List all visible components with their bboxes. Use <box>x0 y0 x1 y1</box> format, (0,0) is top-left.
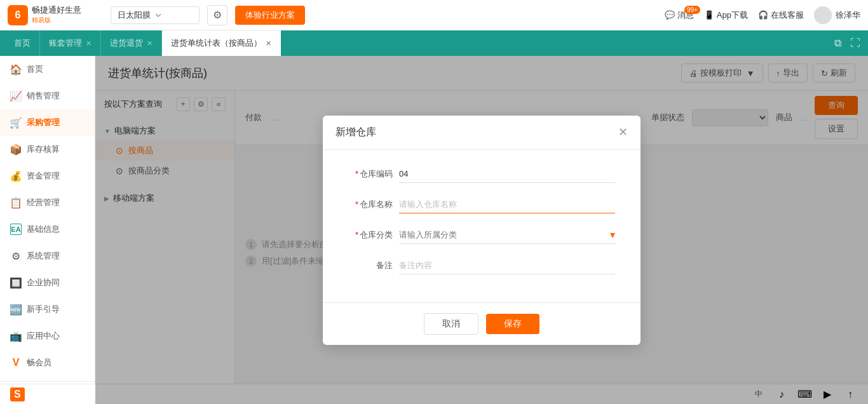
tab-home[interactable]: 首页 <box>5 30 40 56</box>
app-center-icon: 📺 <box>10 330 22 342</box>
mobile-icon: 📱 <box>704 10 714 20</box>
user-name: 徐泽华 <box>836 10 860 21</box>
sidebar-item-stock[interactable]: 📦 库存核算 <box>0 136 95 163</box>
top-header: 6 畅捷通好生意 精易版 日太阳膜 ⚙ 体验行业方案 💬 消息 99+ 📱 Ap… <box>0 0 868 30</box>
tab-bar: 首页 账套管理 ✕ 进货退货 ✕ 进货单统计表（按商品） ✕ ⧉ ⛶ <box>0 30 868 56</box>
main-layout: 🏠 首页 📈 销售管理 🛒 采购管理 📦 库存核算 💰 资金管理 📋 经营管理 … <box>0 56 868 404</box>
name-input[interactable] <box>399 196 615 213</box>
add-warehouse-modal: 新增仓库 ✕ 仓库编码 仓库名称 仓库分类 <box>323 116 641 345</box>
shop-selector[interactable]: 日太阳膜 <box>111 6 200 24</box>
sales-icon: 📈 <box>10 90 22 102</box>
logo-badge: 精易版 <box>32 16 81 25</box>
sidebar-label-finance: 资金管理 <box>27 170 60 182</box>
sidebar-label-stock: 库存核算 <box>27 144 60 155</box>
messages-button[interactable]: 💬 消息 99+ <box>665 10 694 21</box>
sidebar-label-sales: 销售管理 <box>27 90 60 102</box>
customer-service-button[interactable]: 🎧 在线客服 <box>758 10 804 21</box>
purchase-icon: 🛒 <box>10 117 22 128</box>
sidebar-label-member: 畅会员 <box>27 357 51 368</box>
form-row-category: 仓库分类 ▾ <box>348 226 615 244</box>
shop-name: 日太阳膜 <box>118 10 151 21</box>
app-download-label: App下载 <box>717 10 748 21</box>
logo-icon: 6 <box>8 5 28 25</box>
app-download-button[interactable]: 📱 App下载 <box>704 10 748 21</box>
tab-restore-icon[interactable]: ⧉ <box>832 37 844 49</box>
system-icon: ⚙ <box>10 250 22 262</box>
logo-name: 畅捷通好生意 <box>32 5 81 16</box>
sidebar-item-guide[interactable]: 🆕 新手引导 <box>0 296 95 323</box>
user-menu[interactable]: 徐泽华 <box>814 6 860 24</box>
tab-purchase-stats[interactable]: 进货单统计表（按商品） ✕ <box>162 30 281 56</box>
logo-area: 6 畅捷通好生意 精易版 <box>8 5 103 25</box>
header-right: 💬 消息 99+ 📱 App下载 🎧 在线客服 徐泽华 <box>665 6 860 24</box>
sidebar-label-base-info: 基础信息 <box>27 224 60 235</box>
stock-icon: 📦 <box>10 144 22 155</box>
avatar <box>814 6 832 24</box>
sidebar-item-system[interactable]: ⚙ 系统管理 <box>0 243 95 269</box>
customer-service-label: 在线客服 <box>771 10 804 21</box>
modal-header: 新增仓库 ✕ <box>323 116 641 150</box>
sidebar-item-finance[interactable]: 💰 资金管理 <box>0 163 95 189</box>
base-info-icon: EA <box>10 224 22 235</box>
sidebar-label-app-center: 应用中心 <box>27 330 60 342</box>
tab-purchase-stats-label: 进货单统计表（按商品） <box>171 37 262 49</box>
sidebar-label-system: 系统管理 <box>27 250 60 262</box>
bottom-s-icon: S <box>10 387 25 401</box>
bottom-logo: S <box>10 387 25 401</box>
tab-right-icons: ⧉ ⛶ <box>832 37 863 49</box>
finance-icon: 💰 <box>10 170 22 182</box>
category-dropdown-icon[interactable]: ▾ <box>610 229 615 241</box>
trial-button[interactable]: 体验行业方案 <box>235 6 305 25</box>
sidebar-label-operations: 经营管理 <box>27 197 60 208</box>
sidebar-item-home[interactable]: 🏠 首页 <box>0 56 95 83</box>
operations-icon: 📋 <box>10 197 22 208</box>
code-input[interactable] <box>399 165 615 183</box>
category-select-wrap: ▾ <box>399 226 615 244</box>
tab-purchase-stats-close[interactable]: ✕ <box>266 39 271 48</box>
save-button[interactable]: 保存 <box>486 314 539 334</box>
form-row-name: 仓库名称 <box>348 196 615 213</box>
cancel-button[interactable]: 取消 <box>424 313 478 335</box>
enterprise-icon: 🔲 <box>10 277 22 288</box>
message-icon: 💬 <box>665 10 675 20</box>
content-area: 进货单统计(按商品) 🖨 按模板打印 ▼ ↑ 导出 ↻ 刷新 <box>95 56 868 404</box>
modal-footer: 取消 保存 <box>323 302 641 345</box>
category-input[interactable] <box>399 226 610 243</box>
sidebar-item-enterprise[interactable]: 🔲 企业协同 <box>0 269 95 296</box>
modal-close-button[interactable]: ✕ <box>618 126 628 138</box>
sidebar: 🏠 首页 📈 销售管理 🛒 采购管理 📦 库存核算 💰 资金管理 📋 经营管理 … <box>0 56 95 404</box>
category-label: 仓库分类 <box>348 229 399 241</box>
sidebar-item-base-info[interactable]: EA 基础信息 <box>0 216 95 243</box>
sidebar-item-member[interactable]: V 畅会员 <box>0 349 95 376</box>
member-icon: V <box>10 357 22 368</box>
tab-expand-icon[interactable]: ⛶ <box>848 37 863 49</box>
form-row-code: 仓库编码 <box>348 165 615 183</box>
sidebar-label-purchase: 采购管理 <box>27 117 60 128</box>
sidebar-item-purchase[interactable]: 🛒 采购管理 <box>0 109 95 136</box>
name-label: 仓库名称 <box>348 199 399 210</box>
tab-account-close[interactable]: ✕ <box>86 39 92 48</box>
form-row-remark: 备注 <box>348 257 615 274</box>
sidebar-label-guide: 新手引导 <box>27 304 60 315</box>
remark-input[interactable] <box>399 257 615 274</box>
modal-title: 新增仓库 <box>336 126 376 139</box>
code-label: 仓库编码 <box>348 168 399 180</box>
tab-home-label: 首页 <box>14 37 31 49</box>
chevron-down-icon <box>154 11 162 19</box>
sidebar-label-enterprise: 企业协同 <box>27 277 60 288</box>
remark-label: 备注 <box>348 260 399 271</box>
tab-purchase-return-label: 进货退货 <box>110 37 143 49</box>
tab-purchase-return-close[interactable]: ✕ <box>147 39 153 48</box>
sidebar-item-sales[interactable]: 📈 销售管理 <box>0 83 95 109</box>
messages-badge: 99+ <box>684 6 700 14</box>
modal-body: 仓库编码 仓库名称 仓库分类 ▾ <box>323 150 641 302</box>
sidebar-label-home: 首页 <box>27 64 43 75</box>
sidebar-item-app-center[interactable]: 📺 应用中心 <box>0 323 95 349</box>
headset-icon: 🎧 <box>758 10 768 20</box>
gear-button[interactable]: ⚙ <box>207 5 227 25</box>
sidebar-item-operations[interactable]: 📋 经营管理 <box>0 189 95 216</box>
tab-purchase-return[interactable]: 进货退货 ✕ <box>101 30 162 56</box>
tab-account[interactable]: 账套管理 ✕ <box>40 30 101 56</box>
tab-account-label: 账套管理 <box>49 37 82 49</box>
guide-icon: 🆕 <box>10 304 22 315</box>
